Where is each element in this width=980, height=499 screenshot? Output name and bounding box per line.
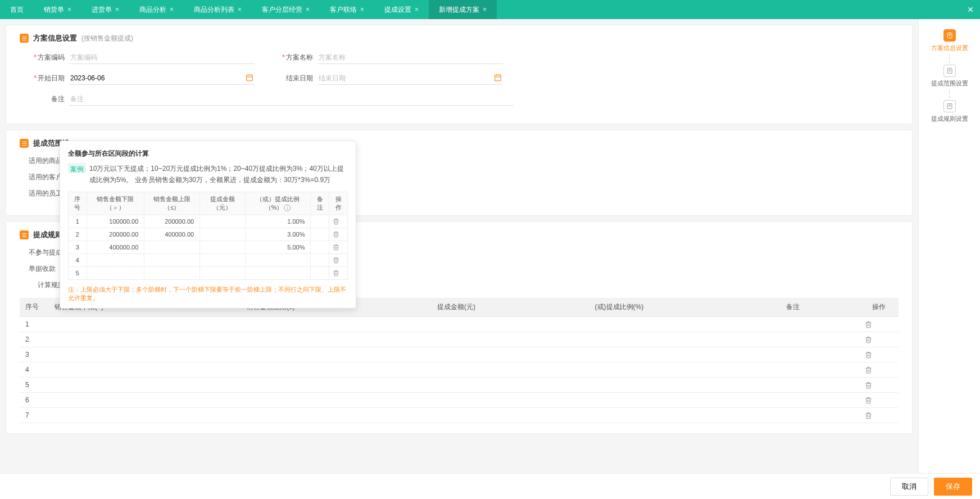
tab-sales-order[interactable]: 销货单× [34, 0, 81, 19]
close-icon[interactable]: × [360, 6, 364, 13]
tab-customer-contact[interactable]: 客户联络× [320, 0, 374, 19]
close-icon[interactable]: × [170, 6, 174, 13]
close-icon[interactable]: × [115, 6, 119, 13]
tab-product-analysis-list[interactable]: 商品分析列表× [184, 0, 252, 19]
tab-purchase-order[interactable]: 进货单× [81, 0, 129, 19]
tab-home[interactable]: 首页 [0, 0, 34, 19]
close-icon[interactable]: × [238, 6, 242, 13]
tab-new-commission-plan[interactable]: 新增提成方案× [429, 0, 497, 19]
close-icon[interactable]: × [483, 6, 487, 13]
close-icon[interactable]: × [306, 6, 310, 13]
close-icon[interactable]: × [415, 6, 419, 13]
close-icon[interactable]: × [67, 6, 71, 13]
tab-commission-settings[interactable]: 提成设置× [374, 0, 429, 19]
tab-product-analysis[interactable]: 商品分析× [129, 0, 184, 19]
tab-bar: 首页 销货单× 进货单× 商品分析× 商品分析列表× 客户分层经营× 客户联络×… [0, 0, 980, 19]
close-all-tabs-button[interactable]: × [961, 0, 980, 19]
tab-customer-tier[interactable]: 客户分层经营× [252, 0, 320, 19]
